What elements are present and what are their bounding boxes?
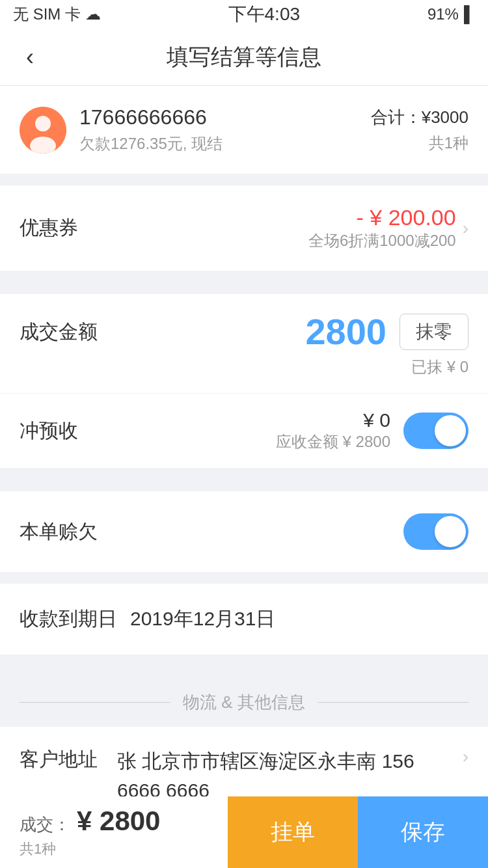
customer-card: 17666666666 欠款1276.35元, 现结 合计：¥3000 共1种 [0,86,488,174]
address-chevron-icon: › [463,746,468,767]
signal-text: 无 SIM 卡 ☁ [13,4,101,25]
bottom-bar: 成交： ¥ 2800 共1种 挂单 保存 [0,796,488,868]
due-label: 收款到期日 [20,606,117,632]
customer-debt: 欠款1276.35元, 现结 [79,133,223,154]
debt-toggle[interactable] [403,513,468,550]
header-line-right [318,702,468,703]
customer-phone: 17666666666 [79,105,223,129]
section-divider-2 [0,480,488,491]
bottom-summary: 成交： ¥ 2800 共1种 [0,806,228,859]
header-line-left [20,702,170,703]
coupon-desc: 全场6折满1000减200 [308,230,456,251]
avatar [20,107,66,154]
content: 17666666666 欠款1276.35元, 现结 合计：¥3000 共1种 … [0,86,488,868]
summary-label: 成交： [20,813,70,836]
status-bar: 无 SIM 卡 ☁ 下午4:03 91% ▌ [0,0,488,29]
hang-button[interactable]: 挂单 [228,796,358,868]
back-button[interactable]: ‹ [20,37,40,77]
summary-count: 共1种 [20,839,208,859]
bottom-summary-top: 成交： ¥ 2800 [20,806,208,837]
amount-sub: 已抹 ¥ 0 [0,357,488,393]
due-date-value: 2019年12月31日 [130,606,275,632]
section-divider-1 [0,282,488,294]
logistics-header: 物流 & 其他信息 [0,678,488,727]
total-label: 合计：¥3000 [371,106,468,129]
debt-toggle-knob [435,516,466,547]
customer-info: 17666666666 欠款1276.35元, 现结 [79,105,223,154]
nav-bar: ‹ 填写结算等信息 [0,29,488,86]
battery-icon: ▌ [464,5,475,23]
section-divider-3 [0,666,488,678]
debt-label: 本单赊欠 [20,519,98,545]
coupon-discount: - ¥ 200.00 [308,205,456,230]
prepay-label: 冲预收 [20,418,78,444]
amount-label: 成交金额 [20,319,98,346]
prepay-sub: 应收金额 ¥ 2800 [276,431,390,452]
status-left: 无 SIM 卡 ☁ [13,4,101,25]
battery-text: 91% [427,5,459,23]
chevron-right-icon: › [463,218,468,239]
amount-value: 2800 [305,314,386,350]
address-label: 客户地址 [20,746,98,773]
status-time: 下午4:03 [228,2,301,27]
prepay-amount: ¥ 0 [276,409,390,431]
amount-right: 2800 抹零 [305,314,468,350]
coupon-label: 优惠券 [20,215,78,241]
prepay-right: ¥ 0 应收金额 ¥ 2800 [276,409,468,452]
prepay-row: 冲预收 ¥ 0 应收金额 ¥ 2800 [0,393,488,468]
debt-row: 本单赊欠 [0,491,488,572]
due-date-row: 收款到期日 2019年12月31日 [0,584,488,655]
customer-left: 17666666666 欠款1276.35元, 现结 [20,105,223,154]
prepay-toggle[interactable] [403,413,468,449]
amount-section: 成交金额 2800 抹零 已抹 ¥ 0 冲预收 ¥ 0 应收金额 ¥ 2800 [0,294,488,468]
summary-amount: ¥ 2800 [77,806,160,837]
round-button[interactable]: 抹零 [400,314,468,350]
coupon-row[interactable]: 优惠券 - ¥ 200.00 全场6折满1000减200 › [0,185,488,271]
toggle-knob [435,415,466,446]
status-right: 91% ▌ [427,5,475,23]
coupon-right: - ¥ 200.00 全场6折满1000减200 › [308,205,468,251]
total-count: 共1种 [371,133,468,154]
page-title: 填写结算等信息 [167,42,321,72]
prepay-amount-block: ¥ 0 应收金额 ¥ 2800 [276,409,390,452]
svg-point-1 [35,116,51,131]
customer-right: 合计：¥3000 共1种 [371,106,468,154]
save-button[interactable]: 保存 [358,796,488,868]
amount-row: 成交金额 2800 抹零 [0,294,488,357]
logistics-header-text: 物流 & 其他信息 [183,691,305,714]
